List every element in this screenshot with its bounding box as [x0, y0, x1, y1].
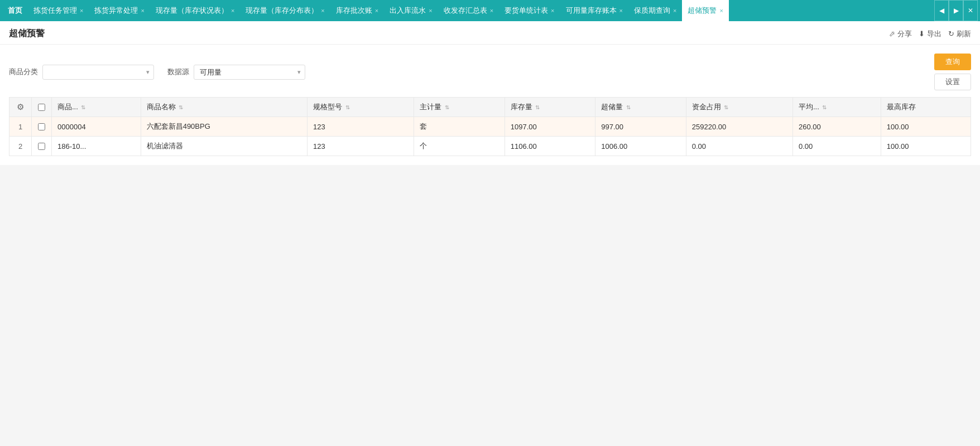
col-checkbox-header [32, 98, 52, 117]
col-overstock-header[interactable]: 超储量 ⇅ [595, 98, 686, 117]
sort-icon: ⇅ [81, 104, 85, 110]
category-select-wrap: ▾ [42, 65, 154, 80]
category-filter: 商品分类 ▾ [9, 65, 154, 80]
refresh-icon: ↻ [948, 30, 954, 38]
nav-home[interactable]: 首页 [2, 0, 28, 21]
nav-shelf-life[interactable]: 保质期查询 × [628, 0, 682, 21]
close-icon[interactable]: × [80, 7, 83, 14]
close-icon[interactable]: × [619, 7, 623, 14]
export-button[interactable]: ⬇ 导出 [919, 29, 941, 39]
table-header-row: ⚙ 商品... ⇅ 商品名称 ⇅ 规格型号 ⇅ [9, 98, 971, 117]
datasource-label: 数据源 [167, 67, 189, 77]
datasource-select-wrap: 可用量 库存量 ▾ [194, 65, 305, 80]
col-product-name-header[interactable]: 商品名称 ⇅ [141, 98, 307, 117]
row-stock: 1097.00 [505, 117, 595, 137]
select-all-checkbox[interactable] [38, 104, 45, 111]
col-maxstock-header[interactable]: 最高库存 [881, 98, 971, 117]
settings-button[interactable]: 设置 [934, 74, 971, 90]
col-product-code-header[interactable]: 商品... ⇅ [52, 98, 141, 117]
row-avg: 260.00 [793, 117, 881, 137]
page-header: 超储预警 ⬀ 分享 ⬇ 导出 ↻ 刷新 [0, 21, 980, 45]
row-stock: 1106.00 [505, 137, 595, 156]
close-icon[interactable]: × [551, 7, 554, 14]
sort-icon: ⇅ [445, 104, 449, 110]
row-no: 2 [9, 137, 32, 156]
nav-inventory-batch[interactable]: 库存批次账 × [330, 0, 384, 21]
row-maxstock: 100.00 [881, 137, 971, 156]
row-capital: 0.00 [686, 137, 792, 156]
close-icon[interactable]: × [429, 7, 432, 14]
share-icon: ⬀ [889, 30, 895, 38]
share-button[interactable]: ⬀ 分享 [889, 29, 912, 39]
sort-icon: ⇅ [179, 104, 183, 110]
category-select[interactable] [42, 65, 154, 80]
page-title: 超储预警 [9, 28, 45, 40]
datasource-select[interactable]: 可用量 库存量 [194, 65, 305, 80]
category-label: 商品分类 [9, 67, 38, 77]
row-checkbox[interactable] [38, 143, 45, 150]
nav-left-arrow[interactable]: ◀ [934, 0, 949, 21]
row-product-code: 0000004 [52, 117, 141, 137]
col-avg-header[interactable]: 平均... ⇅ [793, 98, 881, 117]
nav-available-ledger[interactable]: 可用量库存账本 × [560, 0, 628, 21]
nav-overstock-alert[interactable]: 超储预警 × [682, 0, 728, 21]
query-button[interactable]: 查询 [934, 54, 971, 70]
close-icon[interactable]: × [375, 7, 378, 14]
datasource-filter: 数据源 可用量 库存量 ▾ [167, 65, 305, 80]
row-spec: 123 [308, 117, 414, 137]
col-spec-header[interactable]: 规格型号 ⇅ [308, 98, 414, 117]
table-row: 2 186-10... 机油滤清器 123 个 1106.00 1006.00 … [9, 137, 971, 156]
row-product-name: 六配套新昌490BPG [141, 117, 307, 137]
close-icon[interactable]: × [231, 7, 234, 14]
header-actions: ⬀ 分享 ⬇ 导出 ↻ 刷新 [889, 29, 971, 39]
col-stock-header[interactable]: 库存量 ⇅ [505, 98, 595, 117]
refresh-button[interactable]: ↻ 刷新 [948, 29, 971, 39]
nav-inventory-dist[interactable]: 现存量（库存分布表） × [240, 0, 330, 21]
row-checkbox-cell [32, 137, 52, 156]
top-nav-bar: 首页 拣货任务管理 × 拣货异常处理 × 现存量（库存状况表） × 现存量（库存… [0, 0, 980, 21]
main-content: 商品分类 ▾ 数据源 可用量 库存量 ▾ 查询 设置 [0, 45, 980, 165]
row-checkbox-cell [32, 117, 52, 137]
row-unit: 套 [414, 117, 505, 137]
nav-collect-summary[interactable]: 收发存汇总表 × [438, 0, 499, 21]
filter-row: 商品分类 ▾ 数据源 可用量 库存量 ▾ 查询 设置 [9, 54, 971, 90]
gear-icon[interactable]: ⚙ [15, 102, 26, 112]
sort-icon: ⇅ [822, 104, 827, 110]
data-table: ⚙ 商品... ⇅ 商品名称 ⇅ 规格型号 ⇅ [9, 97, 971, 156]
row-product-code: 186-10... [52, 137, 141, 156]
nav-order-stats[interactable]: 要货单统计表 × [499, 0, 560, 21]
nav-close-all[interactable]: ✕ [963, 0, 978, 21]
nav-inout-flow[interactable]: 出入库流水 × [384, 0, 438, 21]
col-unit-header[interactable]: 主计量 ⇅ [414, 98, 505, 117]
row-no: 1 [9, 117, 32, 137]
nav-right-arrow[interactable]: ▶ [949, 0, 963, 21]
sort-icon: ⇅ [626, 104, 631, 110]
row-spec: 123 [308, 137, 414, 156]
table-row: 1 0000004 六配套新昌490BPG 123 套 1097.00 997.… [9, 117, 971, 137]
close-icon[interactable]: × [490, 7, 493, 14]
nav-arrows: ◀ ▶ ✕ [934, 0, 978, 21]
col-capital-header[interactable]: 资金占用 ⇅ [686, 98, 792, 117]
nav-abnormal-proc[interactable]: 拣货异常处理 × [89, 0, 150, 21]
close-icon[interactable]: × [673, 7, 676, 14]
row-maxstock: 100.00 [881, 117, 971, 137]
sort-icon: ⇅ [345, 104, 350, 110]
sort-icon: ⇅ [535, 104, 540, 110]
row-avg: 0.00 [793, 137, 881, 156]
filter-buttons: 查询 设置 [934, 54, 971, 90]
nav-inventory-status[interactable]: 现存量（库存状况表） × [150, 0, 240, 21]
row-checkbox[interactable] [38, 123, 45, 130]
close-icon[interactable]: × [321, 7, 324, 14]
row-overstock: 1006.00 [595, 137, 686, 156]
col-gear-header: ⚙ [9, 98, 32, 117]
export-icon: ⬇ [919, 30, 925, 38]
row-product-name: 机油滤清器 [141, 137, 307, 156]
close-icon[interactable]: × [719, 7, 723, 14]
row-unit: 个 [414, 137, 505, 156]
row-capital: 259220.00 [686, 117, 792, 137]
nav-task-mgmt[interactable]: 拣货任务管理 × [28, 0, 89, 21]
close-icon[interactable]: × [141, 7, 144, 14]
row-overstock: 997.00 [595, 117, 686, 137]
sort-icon: ⇅ [724, 104, 728, 110]
